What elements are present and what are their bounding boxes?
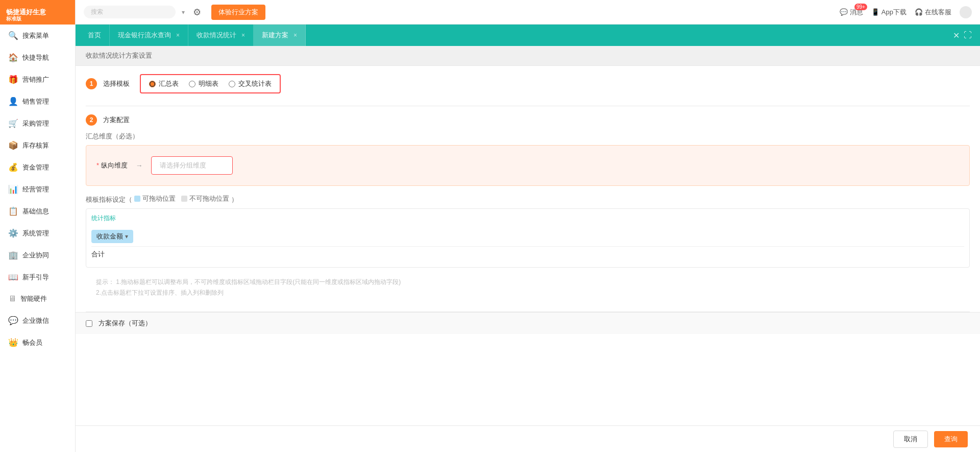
crown-icon: 👑 <box>8 338 18 347</box>
tab-close-icon[interactable]: × <box>241 32 245 39</box>
money-icon: 💰 <box>8 162 18 172</box>
radio-summary[interactable]: 汇总表 <box>149 79 179 88</box>
tab-new-plan-label: 新建方案 <box>262 31 288 40</box>
sidebar-item-search-menu[interactable]: 🔍 搜索菜单 <box>0 25 75 46</box>
radio-cross-input[interactable] <box>229 81 235 87</box>
step1-circle: 1 <box>86 78 97 89</box>
step1-label: 选择模板 <box>103 79 130 88</box>
tab-cash-bank[interactable]: 现金银行流水查询 × <box>110 25 188 46</box>
radio-detail-input[interactable] <box>189 81 195 87</box>
search-bar[interactable]: 搜索 <box>84 6 176 18</box>
tab-home-label: 首页 <box>88 31 101 40</box>
footer-bar: 取消 查询 <box>76 425 980 452</box>
sidebar-item-marketing[interactable]: 🎁 营销推广 <box>0 68 75 90</box>
sidebar: 畅捷通好生意 标准版 🔍 搜索菜单 🏠 快捷导航 🎁 营销推广 👤 销售管理 🛒… <box>0 0 76 452</box>
sidebar-item-basic-info[interactable]: 📋 基础信息 <box>0 200 75 222</box>
tab-bar-end: ✕ ⛶ <box>949 25 976 46</box>
save-row: 方案保存（可选） <box>76 312 980 334</box>
sidebar-item-purchase[interactable]: 🛒 采购管理 <box>0 112 75 134</box>
dimension-selector[interactable]: 请选择分组维度 <box>151 156 233 175</box>
sidebar-item-label: 新手引导 <box>22 273 49 282</box>
metrics-header: 模板指标设定（ 可拖动位置 不可拖动位置 ） <box>86 194 970 204</box>
tab-collection-stats[interactable]: 收款情况统计 × <box>188 25 254 46</box>
sidebar-item-label: 经营管理 <box>22 185 49 194</box>
list-icon: 📋 <box>8 206 18 216</box>
dimension-wrapper: 汇总维度（必选） * 纵向维度 → 请选择分组维度 <box>86 132 970 186</box>
industry-button[interactable]: 体验行业方案 <box>211 5 265 20</box>
metric-tag-collection[interactable]: 收款金额 ▾ <box>91 230 133 243</box>
query-button[interactable]: 查询 <box>934 431 968 447</box>
sidebar-item-guide[interactable]: 📖 新手引导 <box>0 266 75 288</box>
radio-detail[interactable]: 明细表 <box>189 79 218 88</box>
radio-cross-label[interactable]: 交叉统计表 <box>238 79 272 88</box>
maximize-icon[interactable]: ⛶ <box>964 31 972 40</box>
sidebar-item-inventory[interactable]: 📦 库存核算 <box>0 134 75 156</box>
phone-icon: 📱 <box>871 8 879 16</box>
arrow-right-icon: → <box>136 161 143 170</box>
header-actions: 💬 消息 99+ 📱 App下载 🎧 在线客服 <box>840 6 972 18</box>
sidebar-item-label: 营销推广 <box>22 75 49 84</box>
step2-label: 方案配置 <box>103 115 130 125</box>
tab-close-icon[interactable]: × <box>176 32 180 39</box>
dropdown-arrow-icon[interactable]: ▾ <box>182 9 185 16</box>
radio-detail-label[interactable]: 明细表 <box>199 79 218 88</box>
sidebar-item-label: 销售管理 <box>22 97 49 106</box>
hint-area: 提示： 1.拖动标题栏可以调整布局，不可跨维度或指标区域拖动栏目字段(只能在同一… <box>86 274 970 303</box>
online-service-label: 在线客服 <box>925 8 951 17</box>
cart-icon: 🛒 <box>8 118 18 128</box>
legend-item-nondraggable: 不可拖动位置 <box>181 194 229 203</box>
metrics-area: 统计指标 收款金额 ▾ 合计 <box>86 208 970 268</box>
sidebar-item-finance[interactable]: 💰 资金管理 <box>0 156 75 178</box>
radio-cross[interactable]: 交叉统计表 <box>229 79 272 88</box>
legend-item-draggable: 可拖动位置 <box>134 194 176 203</box>
logo-sub: 标准版 <box>6 15 21 22</box>
metric-label-collection: 收款金额 <box>96 232 123 241</box>
dimension-title: 汇总维度（必选） <box>86 132 970 141</box>
sidebar-item-wechat[interactable]: 💬 企业微信 <box>0 310 75 331</box>
settings-icon[interactable]: ⚙ <box>193 7 201 18</box>
sidebar-item-member[interactable]: 👑 畅会员 <box>0 331 75 353</box>
sidebar-item-hardware[interactable]: 🖥 智能硬件 <box>0 288 75 310</box>
user-avatar[interactable] <box>960 6 972 18</box>
tab-bar: 首页 现金银行流水查询 × 收款情况统计 × 新建方案 × ✕ ⛶ <box>76 25 980 46</box>
required-mark: * <box>96 161 99 169</box>
sidebar-item-quick-nav[interactable]: 🏠 快捷导航 <box>0 46 75 68</box>
app-download-action[interactable]: 📱 App下载 <box>871 8 906 17</box>
chat-icon: 💬 <box>8 316 18 325</box>
sidebar-item-operations[interactable]: 📊 经营管理 <box>0 178 75 200</box>
tab-home[interactable]: 首页 <box>80 25 110 46</box>
chevron-down-icon[interactable]: ▾ <box>125 233 128 240</box>
tab-new-plan[interactable]: 新建方案 × <box>254 25 306 46</box>
building-icon: 🏢 <box>8 250 18 260</box>
sidebar-item-label: 资金管理 <box>22 163 49 172</box>
cancel-button[interactable]: 取消 <box>893 431 928 448</box>
box-icon: 📦 <box>8 140 18 150</box>
message-action[interactable]: 💬 消息 99+ <box>840 8 863 17</box>
save-label: 方案保存（可选） <box>99 319 152 328</box>
gear-icon: ⚙️ <box>8 228 18 238</box>
draggable-dot <box>134 196 140 202</box>
radio-summary-input[interactable] <box>149 81 156 87</box>
tab-close-icon[interactable]: × <box>293 32 297 39</box>
sidebar-item-label: 畅会员 <box>22 338 42 347</box>
hint-line-2: 2.点击标题栏下拉可设置排序、插入列和删除列 <box>96 289 960 297</box>
app-download-label: App下载 <box>881 8 906 17</box>
sidebar-item-sys-mgmt[interactable]: ⚙️ 系统管理 <box>0 222 75 244</box>
template-selection-box: 汇总表 明细表 交叉统计表 <box>140 74 281 93</box>
online-service-action[interactable]: 🎧 在线客服 <box>915 8 951 17</box>
step2-section: 2 方案配置 汇总维度（必选） * 纵向维度 → 请选择分组维度 <box>76 106 980 312</box>
home-icon: 🏠 <box>8 53 18 62</box>
radio-summary-label[interactable]: 汇总表 <box>159 79 179 88</box>
metrics-list: 收款金额 ▾ 合计 <box>91 227 964 262</box>
dimension-area: * 纵向维度 → 请选择分组维度 <box>86 145 970 186</box>
close-window-icon[interactable]: ✕ <box>953 31 960 40</box>
save-checkbox[interactable] <box>86 320 92 327</box>
main-area: 搜索 ▾ ⚙ 体验行业方案 💬 消息 99+ 📱 App下载 🎧 在线客服 首页 <box>76 0 980 452</box>
metrics-title: 模板指标设定（ 可拖动位置 不可拖动位置 ） <box>86 194 238 204</box>
sidebar-item-label: 库存核算 <box>22 141 49 150</box>
sidebar-item-enterprise[interactable]: 🏢 企业协同 <box>0 244 75 266</box>
sidebar-logo: 畅捷通好生意 标准版 <box>0 0 75 25</box>
book-icon: 📖 <box>8 272 18 282</box>
sidebar-item-label: 搜索菜单 <box>22 31 49 40</box>
sidebar-item-sales[interactable]: 👤 销售管理 <box>0 90 75 112</box>
